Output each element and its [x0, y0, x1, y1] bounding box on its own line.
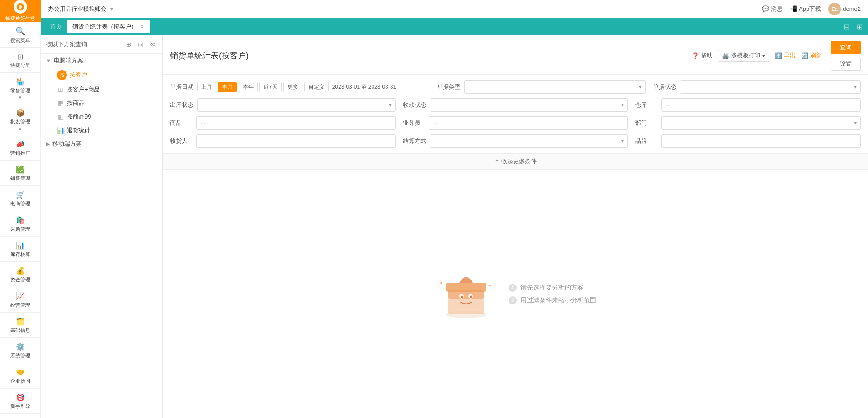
tab-maximize-icon[interactable]: ⊞: [855, 22, 864, 32]
hint-num-2: ②: [509, 296, 517, 304]
brand-input[interactable]: ···: [661, 134, 861, 148]
tab-sales-stat-label: 销货单统计表（按客户）: [72, 23, 137, 31]
doc-type-select[interactable]: ▾: [464, 80, 645, 94]
sidebar-item-appcenter[interactable]: 📱 应用中心: [0, 414, 41, 418]
tab-home-label: 首页: [50, 23, 61, 31]
main-area: 办公用品行业模拟账套 ▾ 💬 消息 📲 App下载 Ea demo2 首页: [41, 0, 868, 418]
enterprise-label: 企业协同: [10, 378, 30, 385]
payment-select[interactable]: ▾: [430, 134, 628, 148]
purchase-icon: 🛍️: [15, 215, 25, 225]
doc-type-label: 单据类型: [437, 83, 461, 91]
mobile-category-label: 移动端方案: [52, 140, 82, 148]
sidebar-item-wholesale[interactable]: 📦 批发管理 ▲: [0, 104, 41, 135]
sidebar-item-sales[interactable]: 💹 销售管理: [0, 161, 41, 186]
basic-label: 基础信息: [10, 327, 30, 334]
refresh-btn[interactable]: 🔄 刷新: [801, 52, 822, 60]
user-profile-btn[interactable]: Ea demo2: [828, 3, 861, 15]
edit-scheme-icon[interactable]: ◎: [136, 40, 145, 49]
scheme-icon-3: ▦: [57, 100, 64, 107]
svg-text:✦: ✦: [488, 283, 491, 288]
sidebar-quick-nav[interactable]: ⊞ 快捷导航: [0, 48, 41, 73]
recipient-label: 收货人: [170, 137, 193, 145]
empty-hints: ① 请先选择要分析的方案 ② 用过滤条件来缩小分析范围: [509, 284, 596, 304]
by-product-99-label: 按商品99: [67, 113, 91, 121]
salesperson-label: 业务员: [403, 119, 425, 127]
tree-item-return-stat[interactable]: 📊 退货统计: [41, 124, 162, 137]
template-print-label: 按模板打印: [731, 52, 760, 60]
recipient-dots: ···: [200, 138, 205, 145]
breadcrumb-dropdown-icon[interactable]: ▾: [110, 6, 113, 12]
message-btn[interactable]: 💬 消息: [762, 5, 783, 13]
out-status-label: 出库状态: [170, 101, 193, 109]
product-input[interactable]: ···: [196, 116, 396, 130]
help-btn[interactable]: ❓ 帮助: [692, 52, 712, 60]
doc-status-select[interactable]: ▾: [680, 80, 861, 94]
salesperson-input[interactable]: ···: [429, 116, 628, 130]
date-btn-this-year[interactable]: 本年: [239, 82, 258, 92]
help-icon: ❓: [692, 52, 699, 59]
add-scheme-icon[interactable]: ⊕: [124, 40, 133, 49]
app-name: 畅捷通好生意: [5, 15, 35, 22]
tab-close-icon[interactable]: ✕: [140, 24, 144, 30]
tree-mobile-category[interactable]: ▶ 移动端方案: [41, 137, 162, 151]
out-status-select[interactable]: ▾: [197, 98, 396, 112]
query-button[interactable]: 查询: [831, 41, 861, 54]
page-header-actions: ❓ 帮助 🖨️ 按模板打印 ▾ ⬆️ 导出 🔄 刷新: [692, 41, 861, 71]
wholesale-arrow: ▲: [18, 126, 23, 131]
operations-label: 经营管理: [10, 302, 30, 309]
date-label: 单据日期: [170, 83, 193, 91]
tab-home[interactable]: 首页: [44, 20, 67, 33]
dept-arrow-icon: ▾: [854, 120, 857, 126]
template-print-btn[interactable]: 🖨️ 按模板打印 ▾: [718, 50, 769, 62]
payment-label: 结算方式: [403, 137, 426, 145]
recipient-input[interactable]: ···: [196, 134, 396, 148]
date-control: 上月 本月 本年 近7天 更多 自定义 2023-03-01 至 2023-03…: [197, 82, 430, 92]
sidebar-item-newbie[interactable]: 🎯 新手引导: [0, 389, 41, 414]
sidebar-search[interactable]: 🔍 搜索菜单: [0, 22, 41, 48]
date-btn-last-7-days[interactable]: 近7天: [259, 82, 282, 92]
tree-item-by-product-99[interactable]: ▦ 按商品99: [41, 110, 162, 124]
tab-minimize-icon[interactable]: ⊟: [842, 22, 851, 32]
tab-sales-stat[interactable]: 销货单统计表（按客户） ✕: [67, 20, 150, 33]
marketing-label: 营销推广: [10, 150, 30, 157]
sidebar-item-system[interactable]: ⚙️ 系统管理: [0, 338, 41, 363]
svg-point-8: [461, 295, 463, 298]
sidebar-item-operations[interactable]: 📈 经营管理: [0, 287, 41, 313]
sidebar-item-inventory[interactable]: 📊 库存核算: [0, 237, 41, 262]
sidebar-item-enterprise[interactable]: 🤝 企业协同: [0, 363, 41, 389]
scheme-icon-2: ⊞: [57, 86, 64, 93]
collapse-btn[interactable]: ⌃ 收起更多条件: [495, 157, 537, 166]
tab-actions: ⊟ ⊞: [842, 22, 864, 32]
panel-title: 按以下方案查询: [46, 40, 87, 48]
tree-desktop-category[interactable]: ▼ 电脑端方案: [41, 54, 162, 67]
settings-button[interactable]: 设置: [831, 57, 861, 71]
app-download-btn[interactable]: 📲 App下载: [790, 5, 821, 13]
export-btn[interactable]: ⬆️ 导出: [775, 52, 796, 60]
tree-item-by-customer-product[interactable]: ⊞ 按客户+商品: [41, 83, 162, 96]
receive-status-select[interactable]: ▾: [430, 98, 628, 112]
breadcrumb: 办公用品行业模拟账套: [48, 5, 107, 13]
ecom-icon: 🛒: [15, 190, 25, 200]
date-btn-custom[interactable]: 自定义: [304, 82, 329, 92]
sidebar-item-purchase[interactable]: 🛍️ 采购管理: [0, 211, 41, 237]
app-logo[interactable]: 畅捷通好生意: [0, 0, 41, 22]
sidebar-item-ecom[interactable]: 🛒 电商管理: [0, 186, 41, 211]
date-btn-last-month[interactable]: 上月: [197, 82, 216, 92]
operations-icon: 📈: [15, 291, 25, 301]
warehouse-input[interactable]: ···: [661, 98, 861, 112]
scheme-icon-5: 📊: [57, 127, 64, 134]
dept-select[interactable]: ▾: [661, 116, 861, 130]
sidebar-item-retail[interactable]: 🏪 零售管理 ▼: [0, 73, 41, 104]
sidebar-item-marketing[interactable]: 📣 营销推广: [0, 135, 41, 161]
enterprise-icon: 🤝: [15, 367, 25, 377]
ecom-label: 电商管理: [10, 200, 30, 207]
sidebar: 畅捷通好生意 🔍 搜索菜单 ⊞ 快捷导航 🏪 零售管理 ▼ 📦 批发管理 ▲ 📣…: [0, 0, 41, 418]
sidebar-item-finance[interactable]: 💰 资金管理: [0, 262, 41, 287]
collapse-panel-icon[interactable]: ≪: [148, 40, 157, 49]
date-btn-this-month[interactable]: 本月: [218, 82, 237, 92]
date-btn-more[interactable]: 更多: [283, 82, 302, 92]
export-icon: ⬆️: [775, 52, 782, 59]
tree-item-by-product[interactable]: ▦ 按商品: [41, 96, 162, 110]
sidebar-item-basic[interactable]: 🗂️ 基础信息: [0, 313, 41, 338]
tree-item-by-customer[interactable]: 按 按客户: [41, 67, 162, 83]
